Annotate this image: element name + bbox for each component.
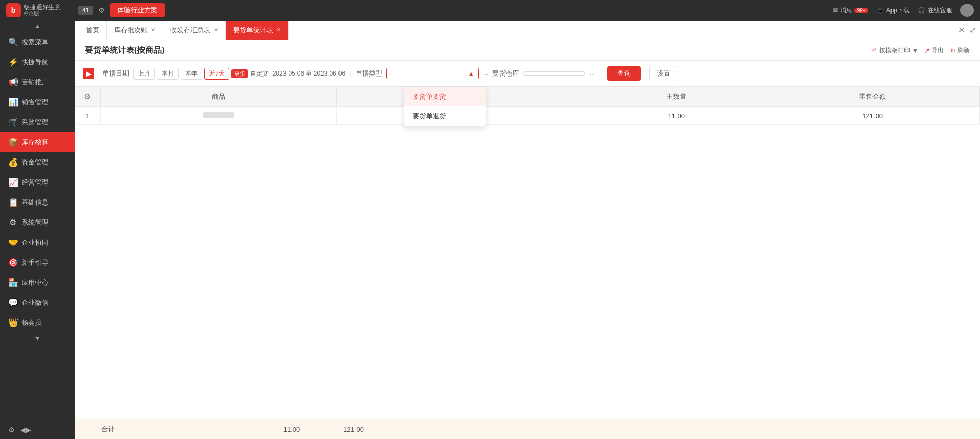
filter-more-dots[interactable]: ··· xyxy=(483,70,489,78)
app-icon: 📱 xyxy=(877,7,884,14)
sales-icon: 📊 xyxy=(8,97,17,107)
col-qty: 主数量 xyxy=(587,87,765,107)
marketing-icon: 📢 xyxy=(8,77,17,87)
page-title: 要货单统计表(按商品) xyxy=(85,45,165,56)
tabs-expand-icon[interactable]: ⤢ xyxy=(969,25,976,35)
sidebar-item-finance[interactable]: 💰 资金管理 xyxy=(0,152,75,172)
sidebar-item-label: 新手引导 xyxy=(22,258,48,267)
settings-icon[interactable]: ⚙ xyxy=(8,426,15,434)
print-label: 按模板打印 xyxy=(879,46,910,55)
table-footer: 合计 11.00 121.00 xyxy=(75,419,980,439)
table-container: ⚙ 商品 主计量单位 主数量 零售金额 1 块 11.00 xyxy=(75,87,980,419)
sidebar-scroll-down[interactable]: ▼ xyxy=(0,333,75,344)
tab-order-stats[interactable]: 要货单统计表 ✕ xyxy=(226,21,289,40)
refresh-label: 刷新 xyxy=(957,46,970,55)
sidebar-item-membership[interactable]: 👑 畅会员 xyxy=(0,313,75,333)
logo-icon: b xyxy=(6,3,21,17)
msg-badge: 99+ xyxy=(854,8,868,13)
sidebar-item-cooperation[interactable]: 🤝 企业协同 xyxy=(0,232,75,252)
basic-info-icon: 📋 xyxy=(8,197,17,207)
sidebar-item-sales[interactable]: 📊 销售管理 xyxy=(0,92,75,112)
setting-button[interactable]: 设置 xyxy=(649,66,678,81)
refresh-button[interactable]: ↻ 刷新 xyxy=(950,46,970,55)
print-icon: 🖨 xyxy=(871,47,877,54)
sidebar-item-label: 搜索菜单 xyxy=(22,38,48,47)
sidebar-item-app-center[interactable]: 🏪 应用中心 xyxy=(0,272,75,292)
tab-home-label: 首页 xyxy=(86,26,99,35)
row-amount: 121.00 xyxy=(765,107,980,125)
date-custom-btn[interactable]: 自定义 xyxy=(250,69,269,78)
service-icon: 🎧 xyxy=(918,7,925,14)
sidebar-scroll-up[interactable]: ▲ xyxy=(0,21,75,32)
warehouse-filter-dots[interactable]: ··· xyxy=(589,70,595,78)
row-num: 1 xyxy=(75,107,100,125)
print-button[interactable]: 🖨 按模板打印 ▼ xyxy=(871,46,918,55)
col-product: 商品 xyxy=(100,87,337,107)
tab-inventory-batch-close[interactable]: ✕ xyxy=(151,27,155,33)
tab-receipt-summary-close[interactable]: ✕ xyxy=(213,27,218,33)
filter-row: 单据日期 上月 本月 本年 近7天 更多 自定义 2023-05-06 至 20… xyxy=(102,68,595,80)
membership-icon: 👑 xyxy=(8,318,17,327)
page-header: 要货单统计表(按商品) 🖨 按模板打印 ▼ ↗ 导出 ↻ 刷新 xyxy=(75,40,980,61)
tab-receipt-summary[interactable]: 收发存汇总表 ✕ xyxy=(163,21,226,40)
sidebar-item-operations[interactable]: 📈 经营管理 xyxy=(0,172,75,192)
sidebar-item-inventory[interactable]: 📦 库存核算 xyxy=(0,132,75,152)
brand-name: 畅捷通好生意 xyxy=(24,4,61,11)
tab-inventory-batch[interactable]: 库存批次账 ✕ xyxy=(107,21,163,40)
sidebar-item-guide[interactable]: 🎯 新手引导 xyxy=(0,252,75,272)
tabs-right: ✕ ⤢ xyxy=(958,25,976,35)
row-qty: 11.00 xyxy=(587,107,765,125)
date-filter: 上月 本月 本年 近7天 更多 自定义 xyxy=(133,68,269,80)
content-area: 首页 库存批次账 ✕ 收发存汇总表 ✕ 要货单统计表 ✕ ✕ ⤢ 要货单统计表(… xyxy=(75,21,980,439)
date-btn-7days[interactable]: 近7天 xyxy=(204,68,229,80)
avatar[interactable] xyxy=(960,4,974,17)
type-filter-select[interactable]: ▲ xyxy=(386,68,479,79)
dropdown-item-order-goods[interactable]: 要货单要货 xyxy=(404,87,486,106)
filter-expand-button[interactable]: ▶ xyxy=(83,68,94,79)
message-icon: ✉ xyxy=(833,7,838,14)
sidebar-item-search[interactable]: 🔍 搜索菜单 xyxy=(0,32,75,52)
warehouse-filter-select[interactable] xyxy=(523,71,585,76)
sidebar-item-label: 企业协同 xyxy=(22,238,48,247)
table-gear-icon[interactable]: ⚙ xyxy=(84,92,91,101)
export-icon: ↗ xyxy=(924,47,930,54)
type-filter-label: 单据类型 xyxy=(355,69,382,78)
tab-home[interactable]: 首页 xyxy=(79,21,107,40)
table-row: 1 块 11.00 121.00 xyxy=(75,107,980,125)
service-label: 在线客服 xyxy=(928,6,952,15)
gear-icon[interactable]: ⚙ xyxy=(98,6,105,14)
sidebar-item-label: 营销推广 xyxy=(22,78,48,87)
sidebar-item-marketing[interactable]: 📢 营销推广 xyxy=(0,72,75,92)
sidebar-item-basic-info[interactable]: 📋 基础信息 xyxy=(0,192,75,212)
trial-button[interactable]: 体验行业方案 xyxy=(110,3,165,17)
sidebar-item-system[interactable]: ⚙ 系统管理 xyxy=(0,212,75,232)
tab-order-stats-close[interactable]: ✕ xyxy=(276,27,281,33)
date-btn-last-month[interactable]: 上月 xyxy=(133,68,155,80)
date-btn-this-year[interactable]: 本年 xyxy=(181,68,202,80)
dropdown-item-order-return[interactable]: 要货单退货 xyxy=(404,106,486,126)
filter-divider: | xyxy=(349,70,351,78)
sidebar-item-purchase[interactable]: 🛒 采购管理 xyxy=(0,112,75,132)
sidebar: ▲ 🔍 搜索菜单 ⚡ 快捷导航 📢 营销推广 📊 销售管理 🛒 采购管理 📦 库… xyxy=(0,21,75,439)
sidebar-item-wechat[interactable]: 💬 企业微信 xyxy=(0,292,75,313)
export-button[interactable]: ↗ 导出 xyxy=(924,46,944,55)
sidebar-item-label: 基础信息 xyxy=(22,198,48,207)
app-download-button[interactable]: 📱 App下载 xyxy=(877,6,910,15)
top-header: b 畅捷通好生意 标准版 41 ⚙ 体验行业方案 ✉ 消息 99+ 📱 App下… xyxy=(0,0,980,21)
select-up-icon: ▲ xyxy=(468,70,474,77)
tabs-close-all-icon[interactable]: ✕ xyxy=(958,25,965,35)
collapse-icon[interactable]: ◀▶ xyxy=(20,426,31,434)
tab-inventory-batch-label: 库存批次账 xyxy=(114,26,148,35)
date-more-badge[interactable]: 更多 xyxy=(231,69,248,78)
guide-icon: 🎯 xyxy=(8,258,17,267)
col-gear[interactable]: ⚙ xyxy=(75,87,100,107)
date-btn-this-month[interactable]: 本月 xyxy=(157,68,179,80)
messages-button[interactable]: ✉ 消息 99+ xyxy=(833,6,868,15)
warehouse-filter-label: 要货仓库 xyxy=(492,69,519,78)
data-table: ⚙ 商品 主计量单位 主数量 零售金额 1 块 11.00 xyxy=(75,87,980,125)
refresh-icon: ↻ xyxy=(950,47,955,54)
query-button[interactable]: 查询 xyxy=(607,66,641,81)
msg-label: 消息 xyxy=(840,6,852,15)
customer-service-button[interactable]: 🎧 在线客服 xyxy=(918,6,952,15)
sidebar-item-quick-nav[interactable]: ⚡ 快捷导航 xyxy=(0,52,75,72)
